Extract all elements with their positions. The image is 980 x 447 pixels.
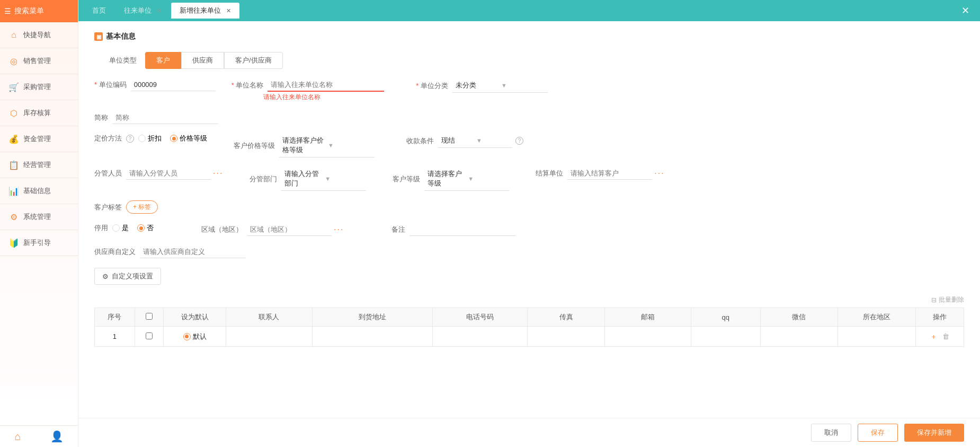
row-qq[interactable] bbox=[691, 327, 760, 347]
region-more[interactable]: ··· bbox=[334, 225, 344, 234]
row-area[interactable] bbox=[838, 327, 916, 347]
pricing-radio-group: 折扣 价格等级 bbox=[138, 134, 207, 143]
payment-terms-select[interactable]: 现结 ▼ bbox=[438, 134, 512, 148]
section-title-text: 基本信息 bbox=[106, 32, 136, 41]
form-row-7: 供应商自定义 bbox=[94, 246, 964, 258]
supplier-custom-input[interactable] bbox=[140, 246, 246, 258]
sidebar-item-inventory[interactable]: ⬡ 库存核算 bbox=[0, 100, 78, 126]
tab-new-partner-close[interactable]: ✕ bbox=[226, 7, 231, 14]
sidebar-search[interactable]: ☰ 搜索菜单 bbox=[0, 0, 78, 22]
col-contact: 联系人 bbox=[226, 308, 313, 327]
email-input[interactable] bbox=[627, 330, 669, 343]
tab-partners-label: 往来单位 bbox=[124, 6, 152, 15]
region-input[interactable] bbox=[247, 223, 332, 236]
tab-home[interactable]: 首页 bbox=[84, 3, 114, 19]
sidebar-item-quick-nav[interactable]: ⌂ 快捷导航 bbox=[0, 22, 78, 48]
unit-type-customer[interactable]: 客户 bbox=[145, 52, 181, 69]
section-title: ▣ 基本信息 bbox=[94, 32, 964, 41]
unit-category-field: 单位分类 未分类 ▼ bbox=[416, 78, 548, 93]
department-label: 分管部门 bbox=[250, 174, 277, 184]
sidebar-item-system[interactable]: ⚙ 系统管理 bbox=[0, 204, 78, 230]
unit-name-input[interactable] bbox=[268, 78, 384, 92]
discount-radio[interactable] bbox=[138, 135, 146, 142]
tab-partners[interactable]: 往来单位 ✕ bbox=[115, 3, 170, 19]
row-fax[interactable] bbox=[527, 327, 605, 347]
row-add-btn[interactable]: ＋ bbox=[930, 332, 937, 340]
user-bottom-icon[interactable]: 👤 bbox=[50, 430, 64, 443]
contact-input[interactable] bbox=[248, 330, 290, 343]
add-tag-button[interactable]: + 标签 bbox=[126, 200, 158, 214]
save-new-button[interactable]: 保存并新增 bbox=[904, 424, 964, 442]
wechat-input[interactable] bbox=[780, 330, 817, 343]
row-email[interactable] bbox=[605, 327, 691, 347]
payment-help-icon[interactable]: ? bbox=[515, 137, 523, 145]
price-level-radio[interactable] bbox=[170, 135, 177, 142]
table-top-actions: ⊟ 批量删除 bbox=[94, 295, 964, 304]
disabled-no-radio[interactable] bbox=[137, 224, 145, 232]
department-select[interactable]: 请输入分管部门 ▼ bbox=[281, 167, 366, 191]
home-bottom-icon[interactable]: ⌂ bbox=[14, 431, 21, 443]
customer-price-level-select[interactable]: 请选择客户价格等级 ▼ bbox=[279, 134, 375, 157]
manager-more[interactable]: ··· bbox=[213, 169, 223, 178]
pricing-help-icon[interactable]: ? bbox=[126, 135, 134, 143]
row-default-radio[interactable]: 默认 bbox=[169, 332, 220, 341]
qq-input[interactable] bbox=[710, 330, 742, 343]
row-phone[interactable] bbox=[432, 327, 527, 347]
select-all-checkbox[interactable] bbox=[146, 313, 153, 320]
pricing-discount[interactable]: 折扣 bbox=[138, 134, 162, 143]
manager-field: 分管人员 ··· bbox=[94, 167, 223, 180]
disabled-yes-radio[interactable] bbox=[112, 224, 120, 232]
fax-input[interactable] bbox=[548, 330, 585, 343]
sidebar-item-label: 基础信息 bbox=[23, 186, 51, 196]
row-address[interactable] bbox=[312, 327, 432, 347]
batch-delete-button[interactable]: ⊟ 批量删除 bbox=[931, 295, 964, 304]
short-name-input[interactable] bbox=[112, 111, 218, 124]
tab-new-partner[interactable]: 新增往来单位 ✕ bbox=[171, 3, 239, 19]
row-checkbox[interactable] bbox=[146, 332, 153, 339]
unit-category-select[interactable]: 未分类 ▼ bbox=[452, 78, 548, 93]
unit-code-input[interactable] bbox=[131, 78, 216, 91]
col-fax: 传真 bbox=[527, 308, 605, 327]
area-input[interactable] bbox=[858, 330, 895, 343]
supplier-custom-label: 供应商自定义 bbox=[94, 247, 136, 257]
sidebar-item-sales[interactable]: ◎ 销售管理 bbox=[0, 48, 78, 74]
manager-input[interactable] bbox=[126, 167, 211, 180]
remark-input[interactable] bbox=[409, 223, 515, 236]
tab-partners-close[interactable]: ✕ bbox=[157, 7, 162, 14]
phone-input[interactable] bbox=[456, 330, 504, 343]
cancel-button[interactable]: 取消 bbox=[811, 424, 851, 442]
sidebar-item-operations[interactable]: 📋 经营管理 bbox=[0, 152, 78, 178]
form-row-1: 单位编码 单位名称 请输入往来单位名称 单位分类 未分类 ▼ bbox=[94, 78, 964, 102]
settlement-more[interactable]: ··· bbox=[654, 169, 664, 178]
disabled-no[interactable]: 否 bbox=[137, 223, 154, 233]
customer-price-level-label: 客户价格等级 bbox=[234, 141, 275, 151]
sidebar-item-purchase[interactable]: 🛒 采购管理 bbox=[0, 74, 78, 100]
row-contact[interactable] bbox=[226, 327, 313, 347]
customer-price-level-field: 客户价格等级 请选择客户价格等级 ▼ bbox=[234, 134, 375, 157]
address-input[interactable] bbox=[341, 330, 404, 343]
settlement-input[interactable] bbox=[567, 167, 652, 180]
unit-type-supplier[interactable]: 供应商 bbox=[181, 52, 224, 69]
pricing-level[interactable]: 价格等级 bbox=[170, 134, 207, 143]
disabled-yes-label: 是 bbox=[122, 223, 129, 233]
row-delete-btn[interactable]: 🗑 bbox=[942, 332, 949, 340]
row-checkbox-cell[interactable] bbox=[135, 327, 164, 347]
unit-type-both[interactable]: 客户/供应商 bbox=[224, 52, 283, 69]
sidebar-item-basics[interactable]: 📊 基础信息 bbox=[0, 178, 78, 204]
sidebar-item-guide[interactable]: 🔰 新手引导 bbox=[0, 230, 78, 256]
sidebar-item-finance[interactable]: 💰 资金管理 bbox=[0, 126, 78, 152]
basics-icon: 📊 bbox=[8, 186, 19, 196]
col-checkbox[interactable] bbox=[135, 308, 164, 327]
custom-settings-label: 自定义项设置 bbox=[112, 271, 153, 281]
cl-arrow: ▼ bbox=[468, 176, 506, 182]
disabled-yes[interactable]: 是 bbox=[112, 223, 129, 233]
row-default: 默认 bbox=[164, 327, 226, 347]
row-wechat[interactable] bbox=[760, 327, 838, 347]
window-close-button[interactable]: ✕ bbox=[956, 5, 975, 16]
customer-level-select[interactable]: 请选择客户等级 ▼ bbox=[424, 167, 509, 191]
payment-terms-label: 收款条件 bbox=[406, 136, 434, 146]
default-radio-btn[interactable] bbox=[183, 333, 191, 340]
save-button[interactable]: 保存 bbox=[858, 424, 898, 442]
page-content: ▣ 基本信息 单位类型 客户 供应商 客户/供应商 单位编码 单位名称 请输 bbox=[78, 21, 980, 447]
custom-settings-button[interactable]: ⚙ 自定义项设置 bbox=[94, 268, 161, 285]
